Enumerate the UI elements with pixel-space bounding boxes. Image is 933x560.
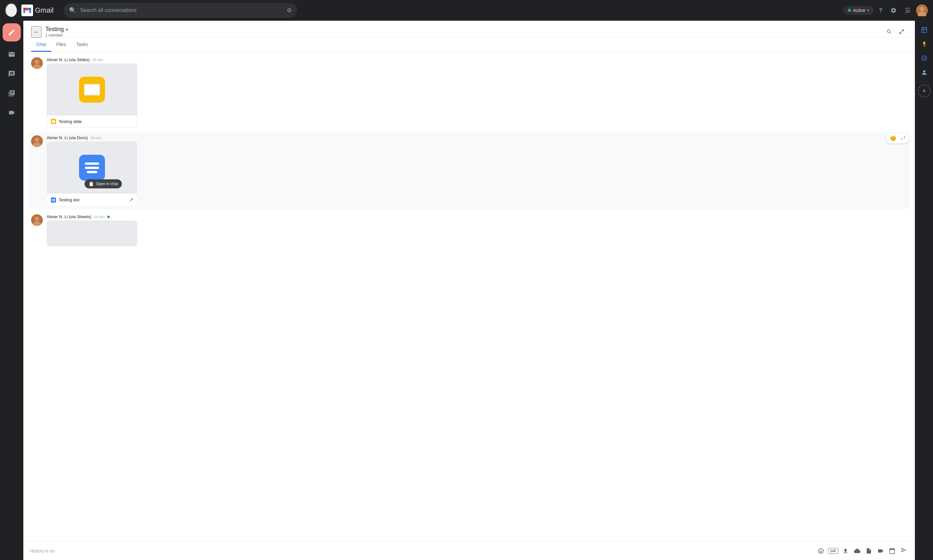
file-card-docs[interactable]: 📋 Open in chat Testing doc ↗ [47,142,137,206]
svg-point-8 [35,138,39,142]
doc-create-button[interactable] [864,546,873,555]
video-button[interactable] [876,546,885,555]
apps-icon [904,7,911,14]
send-button[interactable] [899,545,908,556]
tab-tasks[interactable]: Tasks [71,38,93,52]
right-sidebar-tasks[interactable] [918,52,931,65]
calendar-icon [889,548,895,554]
msg-avatar-3 [31,214,43,226]
msg-time-1: 20 min [93,58,103,62]
file-card-slides[interactable]: Testing slide [47,63,137,128]
msg-time-2: 20 min [90,136,101,140]
chat-title-text: Testing [45,26,64,33]
right-sidebar-keep[interactable] [918,38,931,51]
chat-header-actions [884,26,907,37]
file-card-sheets[interactable] [47,220,137,246]
search-input[interactable] [80,8,283,13]
docs-line-2 [85,167,99,169]
calendar-sidebar-icon [921,26,927,33]
apps-button[interactable] [902,5,914,16]
mail-icon [8,51,15,58]
forward-message-button[interactable] [899,134,907,142]
main-content: ← Testing ▾ 1 member Chat Files Tasks [23,21,915,560]
right-sidebar-contacts[interactable] [918,66,931,79]
svg-rect-16 [923,46,925,46]
message-group-slides: Abner N. Li (via Slides) 20 min Testing … [31,57,907,128]
online-indicator [107,215,110,218]
docs-line-1 [85,163,99,165]
svg-point-2 [920,7,924,11]
msg-time-3: 19 min [94,215,105,219]
docs-line-small-2 [52,200,55,201]
add-icon: + [922,87,926,95]
sidebar-item-chat[interactable] [3,65,21,83]
active-chevron-icon: ▾ [867,8,869,12]
emoji-icon [818,548,824,554]
gmail-logo: Gmail [22,5,54,16]
file-card-footer-docs: Testing doc ↗ [47,194,137,206]
settings-button[interactable] [888,5,899,16]
help-button[interactable]: ? [876,5,885,17]
chat-header: ← Testing ▾ 1 member [23,21,915,38]
docs-icon-wrapper [79,155,105,181]
gif-button[interactable]: GIF [828,548,838,554]
topbar: ☰ Gmail 🔍 ⚙ Active ▾ ? [0,0,933,21]
open-external-icon[interactable]: ↗ [129,197,133,203]
docs-icon-small [51,197,56,203]
sender-avatar-2 [31,135,43,147]
file-card-footer-slides: Testing slide [47,115,137,127]
chat-search-button[interactable] [884,26,895,37]
upload-button[interactable] [841,546,850,555]
sidebar-item-meet[interactable] [3,103,21,122]
right-sidebar-calendar[interactable] [918,23,931,36]
sender-avatar-3 [31,214,43,226]
chat-title-chevron-icon[interactable]: ▾ [66,27,68,32]
spaces-icon [8,90,15,97]
msg-sender-1: Abner N. Li (via Slides) [47,57,90,62]
topbar-right: Active ▾ ? [843,5,928,17]
file-card-preview-docs: 📋 Open in chat [47,142,137,194]
docs-line-3 [87,171,97,173]
file-card-preview-sheets [47,221,137,246]
open-in-chat-tooltip[interactable]: 📋 Open in chat [85,179,122,188]
msg-avatar-2 [31,135,43,147]
search-filter-icon[interactable]: ⚙ [287,7,292,14]
tab-files[interactable]: Files [51,38,71,52]
back-button[interactable]: ← [31,26,42,38]
tab-chat[interactable]: Chat [31,38,51,52]
forward-icon [900,135,905,140]
svg-point-5 [35,60,39,64]
msg-content-3: Abner N. Li (via Sheets) 19 min [47,214,907,246]
docs-file-name: Testing doc [59,197,126,202]
calendar-button[interactable] [888,546,897,555]
svg-rect-15 [924,44,925,46]
expand-icon [899,29,904,35]
left-sidebar [0,21,23,560]
msg-sender-2: Abner N. Li (via Docs) [47,135,88,140]
svg-rect-13 [922,28,927,32]
active-status-badge[interactable]: Active ▾ [843,6,874,15]
message-group-sheets: Abner N. Li (via Sheets) 19 min [31,214,907,246]
menu-icon[interactable]: ☰ [5,3,17,17]
msg-content-2: Abner N. Li (via Docs) 20 min 📋 Ope [47,135,907,206]
compose-button[interactable] [3,23,21,42]
chat-icon [8,70,15,77]
search-bar[interactable]: 🔍 ⚙ [64,3,297,18]
sidebar-item-mail[interactable] [3,45,21,63]
messages-area[interactable]: Abner N. Li (via Slides) 20 min Testing … [23,52,915,541]
right-sidebar: + [915,21,933,560]
doc-create-icon [866,548,872,554]
docs-line-small-1 [52,199,55,200]
chat-search-icon [886,29,892,35]
user-avatar[interactable] [916,5,928,16]
slides-file-name: Testing slide [59,119,133,124]
search-icon: 🔍 [69,7,76,14]
emoji-reaction-button[interactable]: 😊 [888,134,898,142]
right-sidebar-add-button[interactable]: + [918,85,931,97]
drive-button[interactable] [853,546,862,555]
sidebar-item-spaces[interactable] [3,84,21,102]
chat-expand-button[interactable] [896,26,907,37]
meet-icon [8,109,15,116]
upload-icon [842,548,849,554]
emoji-button[interactable] [816,546,825,555]
